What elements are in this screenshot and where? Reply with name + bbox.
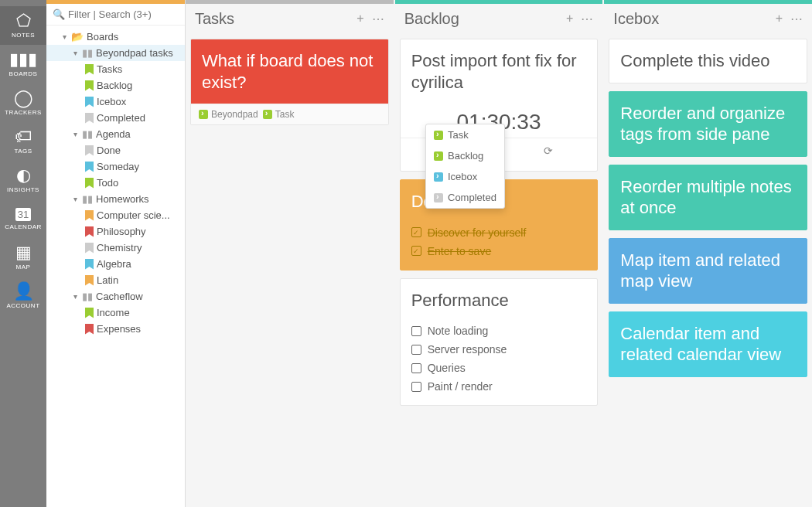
bookmark-icon	[85, 162, 94, 172]
task-card[interactable]: What if board does not exist? Beyondpad …	[190, 39, 389, 125]
bookmark-icon	[85, 243, 94, 254]
more-icon[interactable]: ⋯	[581, 12, 593, 26]
nav-boards[interactable]: ▮▮▮BOARDS	[0, 45, 46, 83]
chevron-down-icon: ▾	[71, 49, 79, 57]
check-item[interactable]: ✓Enter to save	[411, 242, 587, 260]
dropdown-item[interactable]: Icebox	[426, 166, 504, 187]
calendar-icon: 31	[15, 208, 31, 221]
pentagon-icon: ⬠	[16, 12, 31, 29]
tree-item[interactable]: Todo	[46, 175, 185, 191]
column-body: What if board does not exist? Beyondpad …	[186, 34, 394, 507]
nav-map[interactable]: ▦MAP	[0, 238, 46, 277]
column-header: Tasks +⋯	[186, 4, 394, 34]
tags-icon: 🏷	[15, 128, 32, 145]
more-icon[interactable]: ⋯	[372, 12, 384, 26]
column-backlog: Backlog +⋯ Post import font fix for cyri…	[395, 0, 603, 507]
person-icon: 👤	[13, 283, 34, 300]
chevron-down-icon: ▾	[60, 32, 68, 41]
map-icon: ▦	[15, 244, 32, 261]
tree-group-beyondpad[interactable]: ▾▮▮Beyondpad tasks	[46, 45, 185, 61]
nav-sidebar: ⬠NOTES ▮▮▮BOARDS ◯TRACKERS 🏷TAGS ◐INSIGH…	[0, 0, 46, 507]
tree-item[interactable]: Someday	[46, 158, 185, 175]
check-item[interactable]: Note loading	[411, 322, 587, 340]
checkbox-icon	[411, 382, 421, 392]
icebox-card[interactable]: Map item and related map view	[609, 238, 807, 304]
column-header: Backlog +⋯	[395, 4, 603, 34]
bookmark-icon	[85, 113, 94, 124]
chart-icon: ◐	[16, 167, 31, 184]
refresh-button[interactable]: ⟳	[500, 138, 598, 163]
nav-account[interactable]: 👤ACCOUNT	[0, 277, 46, 315]
tree-root[interactable]: ▾📂Boards	[46, 29, 185, 45]
bookmark-icon	[85, 308, 94, 318]
dropdown-item[interactable]: Completed	[426, 187, 504, 208]
tree-group-cacheflow[interactable]: ▾▮▮Cacheflow	[46, 288, 185, 305]
check-item[interactable]: Server response	[411, 340, 587, 359]
tree-item[interactable]: Completed	[46, 110, 185, 126]
tree-item[interactable]: Icebox	[46, 94, 185, 110]
icebox-card[interactable]: Reorder multiple notes at once	[609, 165, 807, 230]
tag-beyondpad[interactable]: Beyondpad	[199, 109, 258, 120]
checkbox-icon	[411, 363, 421, 373]
card-title: What if board does not exist?	[191, 39, 388, 104]
tree-item[interactable]: Computer scie...	[46, 207, 185, 223]
card-title: Reorder and organize tags from side pane	[609, 92, 807, 156]
tree-item[interactable]: Income	[46, 305, 185, 321]
bookmark-icon	[85, 145, 94, 156]
check-item[interactable]: Queries	[411, 359, 587, 377]
nav-insights[interactable]: ◐INSIGHTS	[0, 161, 46, 199]
chevron-down-icon: ▾	[71, 130, 79, 138]
dropdown-item[interactable]: Backlog	[426, 145, 504, 166]
bookmark-icon	[85, 64, 94, 75]
performance-card[interactable]: Performance Note loading Server response…	[400, 278, 599, 407]
tree-item[interactable]: Philosophy	[46, 223, 185, 240]
add-icon[interactable]: +	[776, 12, 783, 26]
tree-item[interactable]: Tasks	[46, 61, 185, 77]
check-item[interactable]: ✓Discover for yourself	[411, 223, 587, 242]
tree-item[interactable]: Backlog	[46, 77, 185, 94]
nav-tags[interactable]: 🏷TAGS	[0, 122, 46, 161]
board-main: Tasks +⋯ What if board does not exist? B…	[186, 0, 812, 507]
books-icon: ▮▮	[82, 193, 93, 205]
nav-trackers[interactable]: ◯TRACKERS	[0, 83, 46, 122]
dropdown-item[interactable]: Task	[426, 124, 504, 145]
icebox-card[interactable]: Calendar item and related calendar view	[609, 311, 807, 377]
tree-item[interactable]: Chemistry	[46, 240, 185, 256]
tree-item[interactable]: Latin	[46, 272, 185, 288]
bookmark-icon	[85, 210, 94, 221]
tree-item[interactable]: Done	[46, 142, 185, 158]
card-title: Performance	[401, 279, 598, 322]
add-icon[interactable]: +	[357, 12, 363, 26]
tree-item[interactable]: Expenses	[46, 321, 185, 337]
tag-dropdown[interactable]: Task Backlog Icebox Completed	[425, 124, 505, 209]
tree-item[interactable]: Algebra	[46, 256, 185, 272]
bookmark-icon	[85, 80, 94, 91]
icebox-card[interactable]: Complete this video	[609, 39, 807, 83]
tree-group-agenda[interactable]: ▾▮▮Agenda	[46, 126, 185, 142]
chevron-down-icon: ▾	[71, 195, 79, 203]
arrow-icon	[263, 110, 272, 119]
checkbox-icon: ✓	[411, 246, 421, 256]
search-icon: 🔍	[53, 9, 65, 20]
add-icon[interactable]: +	[566, 12, 573, 26]
checklist: Note loading Server response Queries Pai…	[401, 322, 598, 405]
tree-group-homeworks[interactable]: ▾▮▮Homeworks	[46, 191, 185, 207]
nav-calendar[interactable]: 31CALENDAR	[0, 199, 46, 238]
arrow-icon	[434, 172, 443, 182]
books-icon: ▮▮▮	[9, 51, 37, 68]
column-title: Icebox	[613, 10, 775, 28]
checkbox-icon	[411, 345, 421, 355]
check-item[interactable]: Paint / render	[411, 377, 587, 396]
tag-task[interactable]: Task	[263, 109, 295, 120]
arrow-icon	[434, 193, 443, 202]
books-icon: ▮▮	[82, 47, 93, 59]
nav-notes[interactable]: ⬠NOTES	[0, 6, 46, 45]
checklist: ✓Discover for yourself ✓Enter to save	[401, 223, 598, 270]
icebox-card[interactable]: Reorder and organize tags from side pane	[609, 91, 807, 157]
books-icon: ▮▮	[82, 128, 93, 140]
sidebar-panel: 🔍 ▾📂Boards ▾▮▮Beyondpad tasks Tasks Back…	[46, 0, 186, 507]
search-row[interactable]: 🔍	[46, 4, 185, 26]
more-icon[interactable]: ⋯	[790, 12, 803, 26]
search-input[interactable]	[68, 9, 179, 20]
tree: ▾📂Boards ▾▮▮Beyondpad tasks Tasks Backlo…	[46, 26, 185, 340]
